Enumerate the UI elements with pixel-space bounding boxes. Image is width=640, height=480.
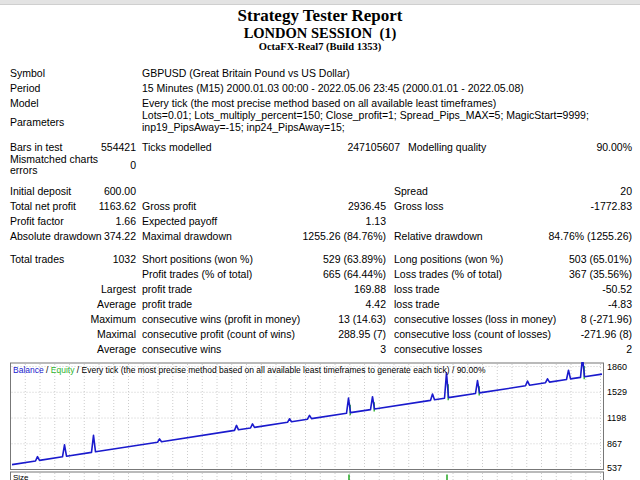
stat-row: Maximumconsecutive wins (profit in money… [0, 313, 640, 326]
stat-row: Mismatched charts errors0 [0, 154, 640, 178]
balance-chart: Balance / Equity / Every tick (the most … [0, 362, 640, 480]
model-value: Every tick (the most precise method base… [142, 97, 634, 109]
info-row-period: Period 15 Minutes (M15) 2000.01.03 00:00… [0, 82, 640, 95]
report-header: Strategy Tester Report LONDON SESSION (1… [0, 7, 640, 53]
stat-cell: -4.83 [458, 298, 632, 310]
stat-cell: 0 [14, 159, 136, 171]
report-title: Strategy Tester Report [0, 7, 640, 25]
stat-cell: -50.52 [458, 283, 632, 295]
stat-cell: 2 [458, 343, 632, 355]
stat-cell: 4.42 [238, 298, 386, 310]
stat-cell: 1.13 [238, 215, 386, 227]
stat-cell: 8 (-271.96) [458, 313, 632, 325]
parameters-value: Lots=0.01; Lots_multiply_percent=150; Cl… [142, 110, 634, 133]
stat-row: Maximalconsecutive profit (count of wins… [0, 328, 640, 341]
strategy-tester-report: { "header": { "title": "Strategy Tester … [0, 0, 640, 480]
stat-cell: 247105607 [238, 141, 400, 153]
stat-cell: Average [14, 298, 136, 310]
stat-cell: 169.88 [238, 283, 386, 295]
info-row-parameters: Parameters Lots=0.01; Lots_multiply_perc… [0, 110, 640, 136]
y-axis-label: 1860 [607, 362, 627, 372]
stat-row: Total trades1032Short positions (won %)5… [0, 253, 640, 266]
stat-cell: 600.00 [14, 185, 136, 197]
stat-cell: 1163.62 [14, 200, 136, 212]
stat-cell: 3 [238, 343, 386, 355]
stat-row: Profit trades (% of total)665 (64.44%)Lo… [0, 268, 640, 281]
stat-cell: 554421 [14, 141, 136, 153]
stat-cell: 288.95 (7) [238, 328, 386, 340]
legend-separator: / [44, 365, 51, 375]
stat-row: Absolute drawdown374.22Maximal drawdown1… [0, 230, 640, 243]
model-label: Model [10, 97, 136, 109]
legend-equity: Equity [51, 365, 75, 375]
symbol-label: Symbol [10, 67, 136, 79]
period-label: Period [10, 82, 136, 94]
stat-cell: 1.66 [14, 215, 136, 227]
stat-cell: 20 [458, 185, 632, 197]
y-axis-label: 1198 [607, 413, 626, 423]
stat-cell: Largest [14, 283, 136, 295]
stat-cell: 665 (64.44%) [238, 268, 386, 280]
stat-cell: 13 (14.63) [238, 313, 386, 325]
stat-cell: -1772.83 [458, 200, 632, 212]
stat-row: Profit factor1.66Expected payoff1.13 [0, 215, 640, 228]
server-build: OctaFX-Real7 (Build 1353) [0, 41, 640, 53]
stat-cell: Average [14, 343, 136, 355]
stat-cell: Maximal [14, 328, 136, 340]
size-panel-label: Size [13, 473, 29, 480]
stat-cell: Maximum [14, 313, 136, 325]
stat-cell: 374.22 [14, 230, 136, 242]
ea-name: LONDON SESSION (1) [0, 25, 640, 41]
stat-row: Initial deposit600.00Spread20 [0, 185, 640, 198]
stat-cell: 367 (35.56%) [458, 268, 632, 280]
stat-cell: 503 (65.01%) [458, 253, 632, 265]
stat-cell: 1255.26 (84.76%) [238, 230, 386, 242]
y-axis-label: 1529 [607, 387, 627, 397]
stat-row: Averageconsecutive wins3consecutive loss… [0, 343, 640, 356]
stat-row: Averageprofit trade4.42loss trade-4.83 [0, 298, 640, 311]
period-value: 15 Minutes (M15) 2000.01.03 00:00 - 2022… [142, 82, 634, 94]
stat-cell: 90.00% [458, 141, 632, 153]
y-axis-label: 867 [607, 439, 622, 449]
stat-cell: 2936.45 [238, 200, 386, 212]
chart-legend: Balance / Equity / Every tick (the most … [13, 365, 485, 375]
chart-canvas: 186015291198867537Size [0, 362, 640, 480]
legend-description: / Every tick (the most precise method ba… [74, 365, 485, 375]
info-row-symbol: Symbol GBPUSD (Great Britain Pound vs US… [0, 67, 640, 80]
stat-row: Largestprofit trade169.88loss trade-50.5… [0, 283, 640, 296]
legend-balance: Balance [13, 365, 44, 375]
stat-cell: 1032 [14, 253, 136, 265]
stat-cell: -271.96 (8) [458, 328, 632, 340]
y-axis-label: 537 [607, 463, 622, 473]
window-top-edge [0, 0, 640, 5]
symbol-value: GBPUSD (Great Britain Pound vs US Dollar… [142, 67, 634, 79]
parameters-label: Parameters [10, 116, 136, 128]
stat-cell: 529 (63.89%) [238, 253, 386, 265]
stat-cell: 84.76% (1255.26) [458, 230, 632, 242]
stat-row: Total net profit1163.62Gross profit2936.… [0, 200, 640, 213]
